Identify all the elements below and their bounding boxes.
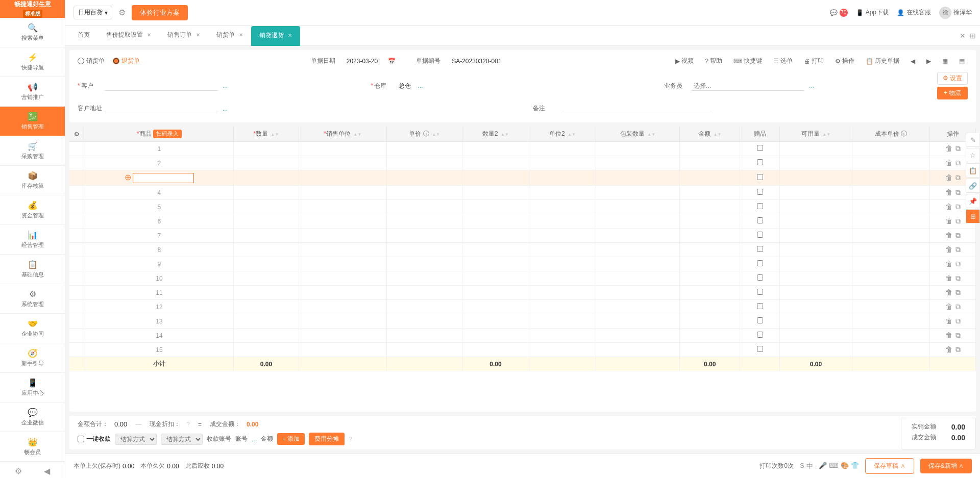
- tab-close-sales-delivery[interactable]: ✕: [239, 32, 243, 38]
- industry-dropdown[interactable]: 日用百货 ▾: [74, 6, 112, 19]
- radio-sales-input[interactable]: [78, 58, 84, 64]
- delete-icon-7[interactable]: 🗑: [945, 231, 952, 240]
- collapse-icon[interactable]: ◀: [44, 466, 50, 476]
- gift-check-11[interactable]: [757, 289, 763, 295]
- one-click-pay-input[interactable]: [78, 436, 84, 442]
- history-btn[interactable]: 📋 历史单据: [863, 55, 902, 67]
- sougou-icon[interactable]: S: [800, 462, 804, 471]
- gift-check-4[interactable]: [757, 189, 763, 195]
- settings-bottom-icon[interactable]: ⚙: [15, 466, 22, 476]
- detail-view-btn[interactable]: ▤: [956, 56, 968, 66]
- tab-price-settings[interactable]: 售价提取设置✕: [98, 26, 159, 45]
- tab-close-sales-order[interactable]: ✕: [196, 32, 200, 38]
- close-all-tabs-btn[interactable]: ✕: [960, 32, 966, 40]
- sidebar-item-enterprise[interactable]: 🤝企业协同: [0, 314, 65, 343]
- topbar-gear-icon[interactable]: ⚙: [118, 8, 126, 17]
- sidebar-item-purchase[interactable]: 🛒采购管理: [0, 136, 65, 166]
- tab-sales-order[interactable]: 销售订单✕: [159, 26, 208, 45]
- tab-sales-delivery[interactable]: 销货单✕: [208, 26, 251, 45]
- remark-input[interactable]: [560, 104, 714, 113]
- gift-check-7[interactable]: [757, 232, 763, 238]
- sales-unit-sort[interactable]: ▲▼: [354, 132, 362, 137]
- sidebar-item-search[interactable]: 🔍搜索菜单: [0, 18, 65, 47]
- tab-sales-return[interactable]: 销货退货✕: [251, 26, 300, 46]
- copy-icon-2[interactable]: ⧉: [955, 159, 961, 167]
- delete-icon-15[interactable]: 🗑: [945, 345, 952, 354]
- settings-btn[interactable]: ⚙ 设置: [937, 72, 968, 85]
- qty2-sort[interactable]: ▲▼: [501, 132, 509, 137]
- one-click-pay-checkbox[interactable]: 一键收款: [78, 435, 111, 443]
- delete-icon-1[interactable]: 🗑: [945, 144, 952, 153]
- delete-icon-2[interactable]: 🗑: [945, 159, 952, 167]
- copy-icon-11[interactable]: ⧉: [955, 288, 961, 297]
- customer-input[interactable]: [105, 81, 217, 91]
- skin-icon[interactable]: 🎨: [841, 462, 849, 471]
- sidebar-item-member[interactable]: 👑畅会员: [0, 432, 65, 462]
- salesperson-input[interactable]: [692, 81, 804, 91]
- input-icon2[interactable]: ·: [815, 462, 817, 471]
- sidebar-item-basicinfo[interactable]: 📋基础信息: [0, 255, 65, 284]
- float-btn-4[interactable]: 🔗: [966, 179, 980, 193]
- customer-dots[interactable]: ...: [223, 82, 228, 89]
- user-info[interactable]: 徐 徐泽华: [939, 7, 972, 19]
- avail-sort[interactable]: ▲▼: [822, 132, 830, 137]
- scan-barcode-btn[interactable]: 扫码录入: [153, 130, 182, 138]
- float-btn-1[interactable]: ✎: [966, 133, 980, 147]
- sidebar-item-marketing[interactable]: 📢营销推广: [0, 77, 65, 107]
- video-btn[interactable]: ▶ 视频: [672, 55, 697, 67]
- gift-check-12[interactable]: [757, 303, 763, 309]
- delete-icon-10[interactable]: 🗑: [945, 274, 952, 283]
- shirt-icon[interactable]: 👕: [851, 462, 859, 471]
- delete-icon-14[interactable]: 🗑: [945, 331, 952, 340]
- sidebar-item-operations[interactable]: 📊经营管理: [0, 225, 65, 255]
- delete-icon-9[interactable]: 🗑: [945, 260, 952, 268]
- float-btn-5[interactable]: 📌: [966, 194, 980, 208]
- sidebar-item-system[interactable]: ⚙系统管理: [0, 284, 65, 314]
- sidebar-item-finance[interactable]: 💰资金管理: [0, 195, 65, 225]
- product-input-3[interactable]: [133, 173, 194, 183]
- radio-sales[interactable]: 销货单: [78, 57, 105, 65]
- app-download-btn[interactable]: 📱 App下载: [856, 8, 889, 17]
- copy-icon-9[interactable]: ⧉: [955, 260, 961, 268]
- mic-icon[interactable]: 🎤: [819, 462, 827, 471]
- delete-icon-8[interactable]: 🗑: [945, 245, 952, 254]
- print-btn[interactable]: 🖨 打印: [801, 55, 827, 67]
- sidebar-item-weixin[interactable]: 💬企业微信: [0, 402, 65, 432]
- fee-split-btn[interactable]: 费用分摊: [309, 433, 345, 445]
- gift-check-3[interactable]: [757, 174, 763, 180]
- messages-btn[interactable]: 💬 70: [830, 9, 848, 17]
- gift-check-2[interactable]: [757, 159, 763, 165]
- table-view-btn[interactable]: ▦: [939, 56, 951, 66]
- copy-icon-10[interactable]: ⧉: [955, 274, 961, 283]
- tab-close-price-settings[interactable]: ✕: [147, 32, 151, 38]
- fee-split-help-icon[interactable]: ?: [349, 436, 352, 443]
- gift-check-14[interactable]: [757, 332, 763, 338]
- select-single-btn[interactable]: ☰ 选单: [770, 55, 796, 67]
- shortcut-btn[interactable]: ⌨ 快捷键: [730, 55, 765, 67]
- gift-check-10[interactable]: [757, 274, 763, 281]
- copy-icon-13[interactable]: ⧉: [955, 317, 961, 325]
- copy-icon-15[interactable]: ⧉: [955, 345, 961, 354]
- gift-check-5[interactable]: [757, 203, 763, 209]
- prev-record-btn[interactable]: ◀: [908, 56, 918, 66]
- trial-btn[interactable]: 体验行业方案: [132, 5, 188, 20]
- add-payment-btn[interactable]: + 添加: [277, 433, 305, 445]
- sidebar-item-inventory[interactable]: 📦库存核算: [0, 166, 65, 195]
- delete-icon-6[interactable]: 🗑: [945, 217, 952, 225]
- delete-icon-13[interactable]: 🗑: [945, 317, 952, 325]
- keyboard-icon[interactable]: ⌨: [829, 462, 839, 471]
- sidebar-item-appstore[interactable]: 📱应用中心: [0, 373, 65, 402]
- operate-btn[interactable]: ⚙ 操作: [832, 55, 857, 67]
- calendar-icon[interactable]: 📅: [388, 58, 396, 65]
- logistics-btn[interactable]: + 物流: [937, 87, 968, 99]
- quantity-sort[interactable]: ▲▼: [271, 132, 279, 137]
- radio-return[interactable]: 退货单: [113, 57, 140, 65]
- col-gear[interactable]: ⚙: [69, 127, 85, 142]
- copy-icon-12[interactable]: ⧉: [955, 303, 961, 311]
- amount-sort[interactable]: ▲▼: [713, 132, 721, 137]
- tab-close-sales-return[interactable]: ✕: [288, 33, 292, 38]
- copy-icon-1[interactable]: ⧉: [955, 144, 961, 153]
- tab-home[interactable]: 首页: [69, 26, 98, 45]
- copy-icon-14[interactable]: ⧉: [955, 331, 961, 340]
- copy-icon-4[interactable]: ⧉: [955, 188, 961, 197]
